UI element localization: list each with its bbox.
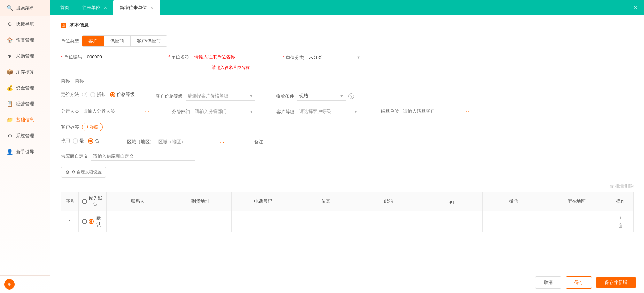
radio-yes-circle xyxy=(73,138,78,144)
radio-price-level[interactable]: 价格等级 xyxy=(110,91,135,98)
row-email[interactable] xyxy=(357,211,420,232)
alias-input[interactable] xyxy=(73,77,142,85)
supplier-custom-input[interactable] xyxy=(91,152,195,161)
pricing-method-label: 定价方法 xyxy=(61,91,79,98)
row-default-radio-circle xyxy=(89,219,94,224)
remarks-input[interactable] xyxy=(266,138,370,146)
contact-input[interactable] xyxy=(110,219,165,224)
row-wechat[interactable] xyxy=(482,211,545,232)
tab-partner[interactable]: 往来单位 ✕ xyxy=(76,0,113,15)
sidebar-item-inventory[interactable]: 📦 库存核算 xyxy=(0,64,50,80)
phone-input[interactable] xyxy=(235,219,291,224)
row-contact[interactable] xyxy=(107,211,169,232)
sidebar-item-sales[interactable]: 🏠 销售管理 xyxy=(0,32,50,48)
department-select[interactable]: 请输入分管部门 ▼ xyxy=(193,107,256,116)
payment-terms-select[interactable]: 现结 ▼ xyxy=(297,91,346,101)
customer-level-select[interactable]: 请选择客户等级 ▼ xyxy=(297,107,360,116)
unit-name-error: 请输入往来单位名称 xyxy=(212,65,250,71)
radio-discount[interactable]: 折扣 xyxy=(90,91,106,98)
tab-home[interactable]: 首页 xyxy=(54,0,76,15)
unit-category-select[interactable]: 未分类 ▼ xyxy=(307,53,362,62)
sidebar-item-purchase[interactable]: 🛍 采购管理 xyxy=(0,48,50,64)
customer-price-level-select[interactable]: 请选择客户价格等级 ▼ xyxy=(186,91,255,101)
sidebar-item-basic[interactable]: 📁 基础信息 xyxy=(0,112,50,128)
row-phone[interactable] xyxy=(232,211,294,232)
unit-type-customer[interactable]: 客户 xyxy=(82,36,104,46)
payment-terms-help-icon[interactable]: ? xyxy=(348,93,354,99)
cancel-button[interactable]: 取消 xyxy=(535,276,561,289)
sidebar-item-system[interactable]: ⚙ 系统管理 xyxy=(0,128,50,144)
manager-field: 分管人员 ··· xyxy=(61,107,151,115)
tab-new-partner[interactable]: 新增往来单位 ✕ xyxy=(113,0,160,15)
pricing-help-icon[interactable]: ? xyxy=(82,92,87,97)
settlement-dots-btn[interactable]: ··· xyxy=(463,108,471,114)
tags-row: 客户标签 + 标签 xyxy=(61,123,634,131)
disabled-label: 停用 xyxy=(61,138,70,144)
row-fax[interactable] xyxy=(294,211,357,232)
basic-icon: 📁 xyxy=(6,116,13,123)
batch-delete-label[interactable]: 批量删除 xyxy=(615,183,634,189)
unit-code-input[interactable] xyxy=(85,53,155,61)
settlement-unit-input[interactable] xyxy=(402,107,463,115)
col-default: 设为默认 xyxy=(79,192,107,211)
region-wrap: ··· xyxy=(157,138,226,146)
customer-level-label: 客户等级 xyxy=(276,109,294,115)
save-button[interactable]: 保存 xyxy=(566,276,592,289)
unit-category-chevron: ▼ xyxy=(356,55,360,59)
payment-terms-label: 收款条件 xyxy=(276,93,294,99)
sidebar-item-operations[interactable]: 📋 经营管理 xyxy=(0,96,50,112)
fax-input[interactable] xyxy=(298,219,353,224)
tab-partner-close[interactable]: ✕ xyxy=(104,6,107,10)
sidebar: 🔍 搜索菜单 ⊙ 快捷导航 🏠 销售管理 🛍 采购管理 📦 库存核算 💰 资金管… xyxy=(0,0,50,293)
row-qq[interactable] xyxy=(420,211,482,232)
save-new-button[interactable]: 保存并新增 xyxy=(596,277,636,288)
manager-label: 分管人员 xyxy=(61,108,79,114)
email-input[interactable] xyxy=(361,219,416,224)
alias-label: 简称 xyxy=(61,78,70,84)
row-default-radio[interactable]: 默认 xyxy=(89,215,103,228)
sidebar-item-finance[interactable]: 💰 资金管理 xyxy=(0,80,50,96)
remarks-field: 备注 xyxy=(254,138,370,146)
address-input[interactable] xyxy=(173,219,228,224)
inventory-icon: 📦 xyxy=(6,68,13,75)
row-checkbox[interactable] xyxy=(82,219,87,224)
delete-row-btn[interactable]: 🗑 xyxy=(616,222,625,229)
radio-yes[interactable]: 是 xyxy=(73,138,84,144)
region-dots-btn[interactable]: ··· xyxy=(218,139,226,145)
add-row-btn[interactable]: ＋ xyxy=(616,214,625,222)
sidebar-item-quick-nav[interactable]: ⊙ 快捷导航 xyxy=(0,16,50,32)
manager-dots-btn[interactable]: ··· xyxy=(143,108,151,114)
custom-settings-button[interactable]: ⚙ ⚙ 自定义项设置 xyxy=(61,167,106,178)
region-input[interactable] xyxy=(157,138,218,146)
department-field: 分管部门 请输入分管部门 ▼ xyxy=(172,107,256,116)
wechat-input[interactable] xyxy=(486,219,542,224)
sidebar-item-search[interactable]: 🔍 搜索菜单 xyxy=(0,0,50,16)
finance-icon: 💰 xyxy=(6,84,13,91)
tab-new-partner-close[interactable]: ✕ xyxy=(150,6,154,10)
unit-type-field: 单位类型 客户 供应商 客户/供应商 xyxy=(61,35,167,47)
manager-input[interactable] xyxy=(82,107,143,115)
alias-field: 简称 xyxy=(61,77,142,85)
batch-delete-area: 🗑 批量删除 xyxy=(61,183,634,189)
unit-type-supplier[interactable]: 供应商 xyxy=(104,36,131,46)
unit-code-field: 单位编码 xyxy=(61,53,155,61)
row-address[interactable] xyxy=(169,211,232,232)
customer-level-chevron: ▼ xyxy=(354,109,358,114)
region-table-input[interactable] xyxy=(549,219,604,224)
radio-no[interactable]: 否 xyxy=(88,138,99,144)
bottom-bar: 取消 保存 保存并新增 xyxy=(50,272,644,293)
add-tag-button[interactable]: + 标签 xyxy=(82,123,103,131)
customer-price-level-chevron: ▼ xyxy=(249,94,253,98)
unit-type-both[interactable]: 客户/供应商 xyxy=(131,36,167,46)
close-all-tabs[interactable]: ✕ xyxy=(630,5,641,11)
row-region[interactable] xyxy=(545,211,608,232)
quick-nav-icon: ⊙ xyxy=(6,21,13,27)
operations-icon: 📋 xyxy=(6,100,13,107)
unit-name-input[interactable] xyxy=(192,53,269,61)
select-all-checkbox[interactable] xyxy=(82,199,87,204)
customer-price-level-field: 客户价格等级 请选择客户价格等级 ▼ xyxy=(156,91,255,101)
qq-input[interactable] xyxy=(424,219,479,224)
sidebar-item-guide[interactable]: 👤 新手引导 xyxy=(0,144,50,160)
radio-discount-label: 折扣 xyxy=(97,91,106,98)
unit-type-row: 单位类型 客户 供应商 客户/供应商 xyxy=(61,35,634,47)
